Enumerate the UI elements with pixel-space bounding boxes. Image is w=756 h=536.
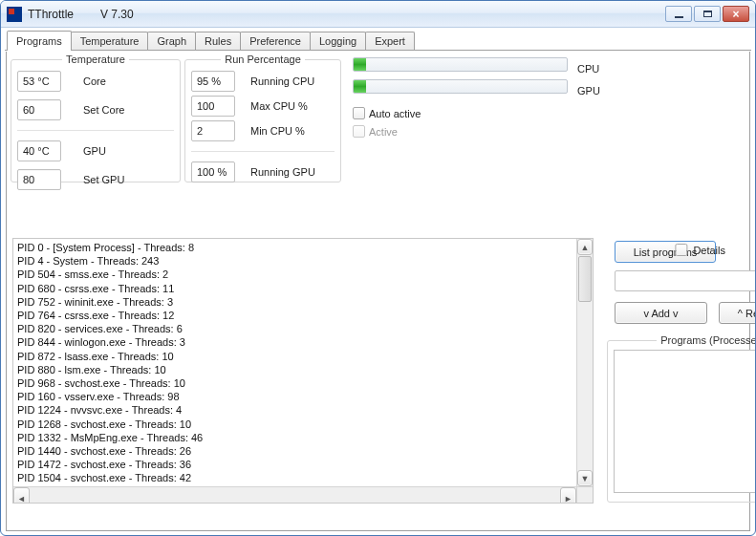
- programs-legend: Programs (Processes): [657, 334, 756, 346]
- cpu-progress: [353, 57, 568, 72]
- programs-listbox[interactable]: [614, 350, 756, 493]
- tab-logging[interactable]: Logging: [310, 32, 366, 50]
- scroll-left-button[interactable]: ◄: [13, 487, 30, 504]
- gpu-progress: [353, 79, 568, 94]
- set-core-input[interactable]: [17, 99, 61, 120]
- max-cpu-label: Max CPU %: [250, 100, 335, 112]
- cpu-progress-label: CPU: [577, 63, 599, 75]
- temperature-legend: Temperature: [62, 54, 129, 65]
- scroll-thumb[interactable]: [578, 256, 592, 302]
- titlebar: TThrottle V 7.30 ×: [1, 1, 755, 28]
- process-row[interactable]: PID 4 - System - Threads: 243: [17, 254, 589, 268]
- process-row[interactable]: PID 504 - smss.exe - Threads: 2: [17, 268, 589, 281]
- vertical-scrollbar[interactable]: ▲ ▼: [576, 239, 593, 486]
- process-row[interactable]: PID 968 - svchost.exe - Threads: 10: [17, 376, 589, 390]
- details-checkbox[interactable]: [675, 244, 687, 256]
- gpu-temp-label: GPU: [83, 145, 174, 157]
- process-row[interactable]: PID 1472 - svchost.exe - Threads: 36: [17, 458, 589, 471]
- remove-button[interactable]: ^ Remove ^: [719, 302, 756, 324]
- process-row[interactable]: PID 160 - vsserv.exe - Threads: 98: [17, 390, 589, 403]
- running-gpu-input[interactable]: [191, 161, 235, 182]
- scroll-down-button[interactable]: ▼: [577, 470, 593, 486]
- app-icon: [7, 7, 22, 22]
- programs-group: Programs (Processes): [607, 334, 756, 503]
- tab-expert[interactable]: Expert: [365, 32, 415, 50]
- running-cpu-label: Running CPU: [250, 75, 335, 87]
- scroll-right-button[interactable]: ►: [560, 487, 576, 504]
- horizontal-scrollbar[interactable]: ◄ ►: [13, 486, 576, 503]
- set-gpu-input[interactable]: [17, 169, 61, 190]
- core-temp-input[interactable]: [17, 71, 61, 92]
- tab-graph[interactable]: Graph: [147, 32, 196, 50]
- process-row[interactable]: PID 820 - services.exe - Threads: 6: [17, 322, 589, 335]
- process-row[interactable]: PID 872 - lsass.exe - Threads: 10: [17, 350, 589, 363]
- maximize-button[interactable]: [694, 6, 721, 22]
- set-gpu-label: Set GPU: [83, 174, 174, 185]
- auto-active-checkbox[interactable]: [353, 107, 365, 119]
- tab-strip: ProgramsTemperatureGraphRulesPreferenceL…: [5, 30, 751, 51]
- gpu-progress-label: GPU: [577, 85, 600, 96]
- app-title: TThrottle: [28, 8, 74, 21]
- tab-panel-programs: Temperature Core Set Core GPU Set GPU Ru…: [6, 52, 750, 531]
- status-area: CPU GPU Auto active Active: [345, 54, 745, 182]
- window-buttons: ×: [665, 6, 749, 22]
- core-temp-label: Core: [83, 75, 174, 87]
- process-list-inner: PID 0 - [System Process] - Threads: 8PID…: [13, 239, 593, 503]
- running-gpu-label: Running GPU: [250, 166, 335, 178]
- tab-rules[interactable]: Rules: [195, 32, 241, 50]
- process-row[interactable]: PID 680 - csrss.exe - Threads: 11: [17, 282, 589, 295]
- app-version: V 7.30: [100, 8, 134, 21]
- add-button[interactable]: v Add v: [615, 302, 707, 324]
- process-list[interactable]: PID 0 - [System Process] - Threads: 8PID…: [12, 238, 594, 504]
- run-legend: Run Percentage: [221, 54, 305, 65]
- scroll-corner: [576, 486, 593, 503]
- process-row[interactable]: PID 1440 - svchost.exe - Threads: 26: [17, 444, 589, 458]
- details-label: Details: [693, 245, 725, 256]
- process-row[interactable]: PID 764 - csrss.exe - Threads: 12: [17, 309, 589, 322]
- process-row[interactable]: PID 752 - wininit.exe - Threads: 3: [17, 295, 589, 309]
- filter-input[interactable]: [615, 270, 756, 291]
- gpu-temp-input[interactable]: [17, 140, 61, 161]
- process-row[interactable]: PID 1332 - MsMpEng.exe - Threads: 46: [17, 431, 589, 444]
- run-group: Run Percentage Running CPU Max CPU % Min…: [184, 54, 341, 182]
- running-cpu-input[interactable]: [191, 71, 235, 92]
- minimize-button[interactable]: [665, 6, 692, 22]
- active-checkbox: [353, 125, 365, 138]
- max-cpu-input[interactable]: [191, 96, 235, 117]
- close-button[interactable]: ×: [723, 6, 749, 22]
- process-row[interactable]: PID 1268 - svchost.exe - Threads: 10: [17, 418, 589, 431]
- tab-temperature[interactable]: Temperature: [71, 32, 149, 50]
- temperature-group: Temperature Core Set Core GPU Set GPU: [11, 54, 181, 182]
- client-area: ProgramsTemperatureGraphRulesPreferenceL…: [5, 30, 751, 531]
- scroll-up-button[interactable]: ▲: [577, 239, 593, 255]
- process-row[interactable]: PID 880 - lsm.exe - Threads: 10: [17, 363, 589, 376]
- min-cpu-input[interactable]: [191, 120, 235, 141]
- process-row[interactable]: PID 0 - [System Process] - Threads: 8: [17, 241, 589, 254]
- min-cpu-label: Min CPU %: [250, 125, 335, 137]
- process-row[interactable]: PID 1224 - nvvsvc.exe - Threads: 4: [17, 403, 589, 417]
- tab-preference[interactable]: Preference: [240, 32, 311, 50]
- process-row[interactable]: PID 844 - winlogon.exe - Threads: 3: [17, 335, 589, 349]
- active-label: Active: [369, 126, 398, 138]
- auto-active-label: Auto active: [369, 108, 421, 119]
- process-row[interactable]: PID 1504 - svchost.exe - Threads: 42: [17, 471, 589, 484]
- set-core-label: Set Core: [83, 104, 174, 116]
- tab-programs[interactable]: Programs: [7, 31, 72, 51]
